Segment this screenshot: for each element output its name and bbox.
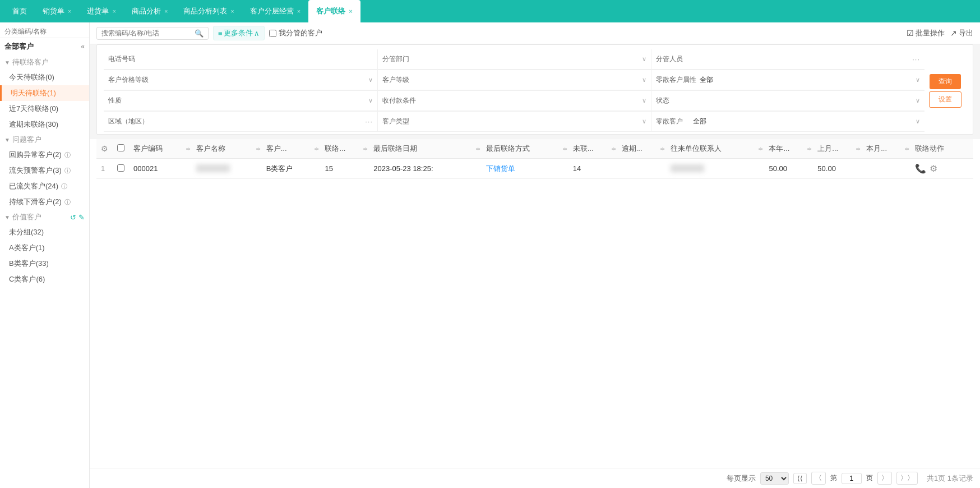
filter-dept-dropdown[interactable]: ∨: [642, 56, 646, 63]
filter-region-dots[interactable]: ···: [365, 117, 373, 126]
col-this-year[interactable]: 本年...: [764, 139, 813, 159]
sidebar-item-ungrouped[interactable]: 未分组(32): [0, 224, 89, 240]
sidebar-item-today[interactable]: 今天待联络(0): [0, 70, 89, 85]
toolbar-search-input[interactable]: [101, 29, 195, 37]
nav-customer-contact[interactable]: 客户联络 ×: [308, 0, 360, 22]
export-btn[interactable]: ↗ 导出: [950, 28, 973, 38]
sidebar-all-customers[interactable]: 全部客户 «: [0, 38, 89, 55]
col-overdue[interactable]: 逾期...: [617, 139, 666, 159]
filter-status-dropdown[interactable]: ∨: [916, 97, 920, 104]
gear-icon[interactable]: ⚙: [101, 144, 108, 153]
nav-purchase[interactable]: 进货单 ×: [79, 0, 123, 22]
col-contact-person[interactable]: 往来单位联系人: [666, 139, 765, 159]
settings-button[interactable]: 设置: [929, 91, 961, 108]
filter-payment-terms-label: 收付款条件: [382, 96, 416, 105]
filter-status: 状态 ∨: [651, 91, 924, 111]
sidebar-item-abnormal-repurchase[interactable]: 回购异常客户(2) ⓘ: [0, 147, 89, 163]
sidebar-item-7days[interactable]: 近7天待联络(0): [0, 101, 89, 117]
filter-customer-type-dropdown[interactable]: ∨: [642, 118, 646, 125]
nav-customer-tier[interactable]: 客户分层经营 ×: [242, 0, 308, 22]
info-icon-2: ⓘ: [64, 167, 71, 174]
filter-customer-level-dropdown[interactable]: ∨: [642, 76, 646, 84]
sidebar-item-tomorrow[interactable]: 明天待联络(1): [0, 85, 89, 101]
filter-price-level-dropdown[interactable]: ∨: [368, 76, 373, 84]
last-page-btn[interactable]: 〉〉: [896, 472, 918, 485]
toolbar-right: ☑ 批量操作 ↗ 导出: [907, 28, 973, 38]
sidebar-item-churned[interactable]: 已流失客户(24) ⓘ: [0, 178, 89, 194]
nav-product-analysis-close[interactable]: ×: [164, 8, 168, 15]
sidebar-collapse-icon[interactable]: «: [81, 43, 85, 50]
filter-nature-dropdown[interactable]: ∨: [368, 97, 373, 104]
col-contact-count[interactable]: 联络...: [320, 139, 369, 159]
filter-status-label: 状态: [656, 96, 690, 105]
next-page-btn[interactable]: 〉: [877, 472, 892, 485]
filter-payment-terms: 收付款条件 ∨: [377, 91, 651, 111]
prev-page-btn[interactable]: 〈: [811, 472, 826, 485]
filter-retail-customer-label: 零散客户: [656, 117, 690, 126]
row-checkbox: [113, 159, 129, 179]
nav-home[interactable]: 首页: [4, 0, 35, 22]
row-select-checkbox[interactable]: [117, 164, 124, 172]
sidebar-search-input[interactable]: [4, 27, 89, 35]
toolbar: 🔍 ≡ 更多条件 ∧ 我分管的客户 ☑ 批量操作 ↗ 导出: [90, 22, 980, 44]
select-all-checkbox[interactable]: [117, 144, 124, 151]
filter-customer-type-label: 客户类型: [382, 117, 416, 126]
col-this-month[interactable]: 本月...: [862, 139, 910, 159]
row-name: [192, 159, 262, 179]
filter-retail-attr-value[interactable]: 全部: [700, 75, 912, 85]
refresh-icon[interactable]: ↺: [70, 213, 76, 222]
row-phone-icon[interactable]: 📞: [915, 163, 926, 174]
filter-retail-attr-label: 零散客户属性: [656, 75, 696, 85]
sidebar-item-churn-warning[interactable]: 流失预警客户(3) ⓘ: [0, 163, 89, 178]
col-last-month[interactable]: 上月...: [813, 139, 862, 159]
nav-sales-close[interactable]: ×: [68, 8, 71, 15]
filter-phone-input[interactable]: [145, 56, 373, 63]
sidebar-item-classA[interactable]: A类客户(1): [0, 240, 89, 256]
filter-dept: 分管部门 ∨: [377, 49, 651, 70]
more-filter-btn[interactable]: ≡ 更多条件 ∧: [213, 26, 265, 40]
edit-icon[interactable]: ✎: [78, 213, 85, 222]
filter-retail-attr-dropdown[interactable]: ∨: [916, 76, 920, 84]
query-button[interactable]: 查询: [930, 74, 961, 89]
first-page-btn[interactable]: ⟨⟨: [793, 473, 807, 484]
nav-sales[interactable]: 销货单 ×: [35, 0, 79, 22]
filter-row-2: 客户价格等级 ∨ 客户等级 ∨ 零散客户属性 全部 ∨: [104, 70, 924, 91]
pagination-bar: 每页显示 50 100 200 ⟨⟨ 〈 第 页 〉 〉〉 共1页 1条记录: [90, 468, 980, 488]
nav-customer-contact-close[interactable]: ×: [349, 8, 352, 15]
sidebar-item-declining[interactable]: 持续下滑客户(2) ⓘ: [0, 194, 89, 210]
page-number-input[interactable]: [842, 473, 862, 484]
col-customer-name[interactable]: 客户名称: [192, 139, 262, 159]
row-num: 1: [96, 159, 113, 179]
sidebar: 🔍 全部客户 « 待联络客户 今天待联络(0) 明天待联络(1) 近7天待联络(…: [0, 22, 90, 488]
filter-phone-label: 电话号码: [108, 54, 142, 64]
page-size-select[interactable]: 50 100 200: [760, 472, 789, 485]
nav-product-analysis-list[interactable]: 商品分析列表 ×: [175, 0, 242, 22]
sidebar-item-classC[interactable]: C类客户(6): [0, 271, 89, 287]
sidebar-all-label: 全部客户: [4, 42, 34, 52]
batch-ops-btn[interactable]: ☑ 批量操作: [907, 28, 945, 38]
row-more-icon[interactable]: ⚙: [930, 163, 937, 174]
nav-product-analysis-list-close[interactable]: ×: [230, 8, 234, 15]
nav-product-analysis[interactable]: 商品分析 ×: [124, 0, 175, 22]
col-customer-code[interactable]: 客户编码: [129, 139, 192, 159]
row-contact-person: [666, 159, 765, 179]
my-customers-checkbox[interactable]: [269, 30, 276, 37]
my-customers-checkbox-area: 我分管的客户: [269, 28, 322, 38]
nav-customer-tier-close[interactable]: ×: [297, 8, 301, 15]
col-last-contact-date[interactable]: 最后联络日期: [369, 139, 482, 159]
filter-retail-customer-dropdown[interactable]: ∨: [916, 118, 920, 125]
filter-person-dots[interactable]: ···: [912, 55, 920, 63]
row-last-contact-link[interactable]: 下销货单: [486, 164, 515, 173]
col-customer-type[interactable]: 客户...: [262, 139, 321, 159]
filter-person-label: 分管人员: [656, 54, 690, 64]
sidebar-item-classB[interactable]: B类客户(33): [0, 256, 89, 271]
export-icon: ↗: [950, 29, 957, 38]
col-uncontacted[interactable]: 未联...: [568, 139, 617, 159]
row-last-month: 50.00: [813, 159, 862, 179]
filter-retail-customer-value[interactable]: 全部: [693, 117, 912, 126]
filter-payment-terms-dropdown[interactable]: ∨: [642, 97, 646, 104]
sidebar-item-overdue[interactable]: 逾期未联络(30): [0, 117, 89, 132]
toolbar-search-icon[interactable]: 🔍: [195, 29, 204, 38]
col-last-contact-method[interactable]: 最后联络方式: [482, 139, 568, 159]
nav-purchase-close[interactable]: ×: [112, 8, 115, 15]
